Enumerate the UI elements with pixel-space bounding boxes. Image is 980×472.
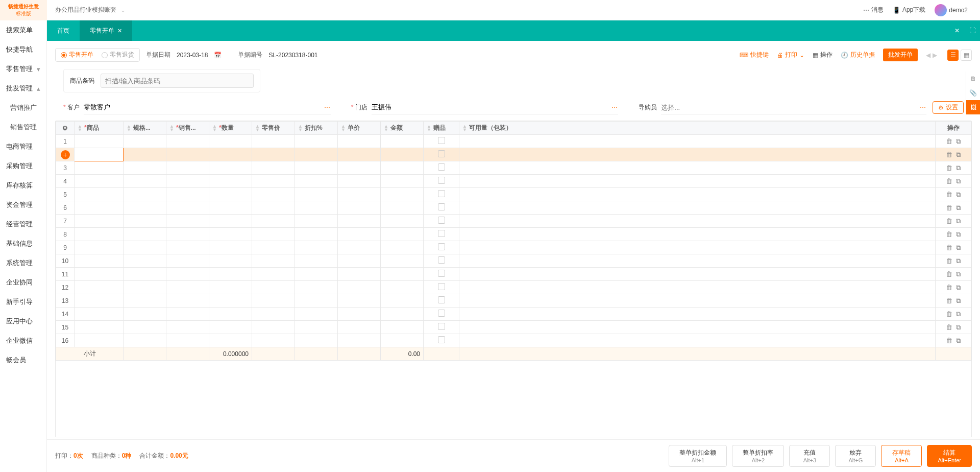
barcode-input[interactable] [101, 74, 254, 88]
gift-cell[interactable] [424, 334, 459, 347]
data-cell[interactable] [295, 254, 338, 268]
data-cell[interactable] [166, 241, 209, 254]
data-cell[interactable] [295, 241, 338, 254]
copy-icon[interactable]: ⧉ [955, 151, 962, 158]
data-cell[interactable] [381, 268, 424, 281]
product-cell[interactable] [75, 268, 124, 281]
data-cell[interactable] [124, 308, 166, 321]
checkbox-icon[interactable] [438, 256, 445, 264]
product-cell[interactable] [75, 161, 124, 175]
checkbox-icon[interactable] [438, 270, 445, 277]
data-cell[interactable] [295, 321, 338, 334]
delete-icon[interactable]: 🗑 [945, 337, 953, 344]
available-cell[interactable] [459, 241, 936, 254]
sort-icon[interactable]: ▲▼ [78, 125, 82, 132]
sort-icon[interactable]: ▲▼ [212, 125, 217, 132]
batch-order-button[interactable]: 批发开单 [883, 49, 918, 61]
copy-icon[interactable]: ⧉ [955, 257, 962, 265]
data-cell[interactable] [338, 135, 381, 148]
data-cell[interactable] [338, 334, 381, 347]
delete-icon[interactable]: 🗑 [945, 284, 953, 291]
sidebar-item[interactable]: 经营管理 [0, 215, 46, 234]
column-header[interactable]: ▲▼零售价 [252, 122, 295, 135]
guide-field[interactable]: ⋯ [661, 101, 926, 114]
checkbox-icon[interactable] [438, 336, 445, 343]
available-cell[interactable] [459, 148, 936, 161]
data-cell[interactable] [124, 321, 166, 334]
product-cell[interactable] [75, 148, 124, 161]
data-cell[interactable] [381, 201, 424, 215]
data-cell[interactable] [209, 175, 252, 188]
data-cell[interactable] [381, 215, 424, 228]
delete-icon[interactable]: 🗑 [945, 151, 953, 158]
print-button[interactable]: 🖨打印⌄ [777, 51, 804, 59]
data-cell[interactable] [252, 321, 295, 334]
data-cell[interactable] [209, 188, 252, 201]
sort-icon[interactable]: ▲▼ [255, 125, 260, 132]
data-cell[interactable] [252, 201, 295, 215]
settle-button[interactable]: 结算Alt+Enter [927, 445, 972, 467]
copy-icon[interactable]: ⧉ [955, 191, 962, 198]
data-cell[interactable] [209, 228, 252, 241]
delete-icon[interactable]: 🗑 [945, 323, 953, 331]
data-cell[interactable] [209, 334, 252, 347]
data-cell[interactable] [381, 148, 424, 161]
delete-icon[interactable]: 🗑 [945, 270, 953, 278]
history-button[interactable]: 🕘历史单据 [841, 51, 875, 59]
available-cell[interactable] [459, 161, 936, 175]
data-cell[interactable] [381, 254, 424, 268]
data-cell[interactable] [338, 321, 381, 334]
sort-icon[interactable]: ▲▼ [169, 125, 174, 132]
sort-icon[interactable]: ▲▼ [384, 125, 388, 132]
sort-icon[interactable]: ▲▼ [298, 125, 303, 132]
available-cell[interactable] [459, 294, 936, 308]
gift-cell[interactable] [424, 135, 459, 148]
data-cell[interactable] [338, 201, 381, 215]
column-header[interactable]: ▲▼单价 [338, 122, 381, 135]
data-cell[interactable] [209, 215, 252, 228]
gift-cell[interactable] [424, 268, 459, 281]
data-cell[interactable] [124, 148, 166, 161]
checkbox-icon[interactable] [438, 230, 445, 237]
gift-cell[interactable] [424, 161, 459, 175]
product-cell[interactable] [75, 135, 124, 148]
data-cell[interactable] [252, 281, 295, 294]
copy-icon[interactable]: ⧉ [955, 230, 962, 238]
checkbox-icon[interactable] [438, 177, 445, 184]
data-cell[interactable] [252, 294, 295, 308]
column-header[interactable]: ▲▼可用量（包装） [459, 122, 936, 135]
data-cell[interactable] [166, 148, 209, 161]
data-cell[interactable] [252, 148, 295, 161]
data-cell[interactable] [166, 254, 209, 268]
checkbox-icon[interactable] [438, 323, 445, 330]
guide-input[interactable] [661, 101, 920, 114]
copy-icon[interactable]: ⧉ [955, 270, 962, 278]
list-view-button[interactable]: ☰ [947, 50, 959, 61]
checkbox-icon[interactable] [438, 150, 445, 157]
sidebar-item[interactable]: 销售管理 [0, 117, 46, 137]
attachment-icon[interactable]: 📎 [966, 86, 980, 100]
sidebar-item[interactable]: 搜索菜单 [0, 20, 46, 40]
customer-input[interactable] [84, 101, 324, 114]
available-cell[interactable] [459, 334, 936, 347]
data-cell[interactable] [252, 308, 295, 321]
copy-icon[interactable]: ⧉ [955, 244, 962, 251]
data-cell[interactable] [338, 188, 381, 201]
sidebar-item[interactable]: 新手引导 [0, 292, 46, 312]
column-header[interactable]: ▲▼金额 [381, 122, 424, 135]
data-cell[interactable] [295, 161, 338, 175]
data-cell[interactable] [338, 215, 381, 228]
data-cell[interactable] [124, 294, 166, 308]
data-cell[interactable] [209, 308, 252, 321]
sort-icon[interactable]: ▲▼ [127, 125, 131, 132]
data-cell[interactable] [166, 334, 209, 347]
data-cell[interactable] [338, 175, 381, 188]
setting-button[interactable]: ⚙设置 [933, 101, 964, 114]
card-view-button[interactable]: ▦ [961, 50, 972, 61]
delete-icon[interactable]: 🗑 [945, 310, 953, 318]
checkbox-icon[interactable] [438, 310, 445, 317]
close-icon[interactable]: ✕ [117, 20, 122, 41]
data-cell[interactable] [166, 281, 209, 294]
sidebar-item[interactable]: 企业协同 [0, 273, 46, 292]
column-header[interactable]: ▲▼赠品 [424, 122, 459, 135]
